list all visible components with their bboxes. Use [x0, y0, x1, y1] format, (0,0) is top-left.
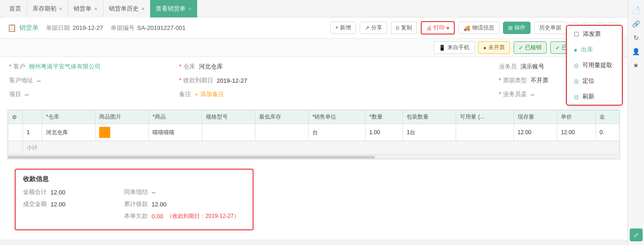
right-sidebar: 📄 🔗 ↻ 👤 ★ ⤢: [627, 0, 644, 245]
verified-button[interactable]: ✓ 已核销: [514, 41, 547, 54]
operations-dropdown: ☐ 添发票 ● 出库 ◎ 可用量提取 ◎ 定位 ◎ 刷新: [567, 26, 622, 105]
sidebar-star-icon[interactable]: ★: [630, 59, 643, 72]
summary-total-value: 12.00: [51, 189, 66, 196]
doc-title: 📋 销货单: [7, 23, 39, 32]
th-gear[interactable]: ⚙: [8, 110, 23, 124]
customer-group: 客户 柳州粤港平安气体有限公司: [9, 63, 170, 71]
tab-sales-order-label: 销货单: [73, 5, 91, 13]
th-unit-price: 单价: [557, 110, 596, 124]
th-product: *商品: [149, 110, 202, 124]
add-label: + 新增: [335, 24, 351, 32]
menu-outbound[interactable]: ● 出库: [567, 42, 621, 57]
warehouse-group: 仓库 河北仓库: [179, 63, 299, 71]
tab-sales-history-close[interactable]: ×: [141, 6, 144, 11]
tab-sales-history[interactable]: 销货单历史 ×: [103, 0, 150, 17]
refresh-label: 刷新: [582, 92, 594, 101]
copy-label: 复制: [401, 24, 412, 32]
address-label: 客户地址: [9, 76, 33, 85]
menu-locate[interactable]: ◎ 定位: [567, 73, 621, 89]
copy-button[interactable]: ⎘ 复制: [391, 22, 417, 34]
salesperson-value: --: [531, 91, 535, 98]
tab-check-sales[interactable]: 查看销货单 ×: [150, 0, 197, 17]
menu-quantity-extract[interactable]: ◎ 可用量提取: [567, 57, 621, 73]
logistics-icon: 🚚: [463, 25, 470, 31]
form-row-3: 项目 -- 备注 + 添加备注 业务员孟 --: [9, 90, 618, 98]
share-button[interactable]: ↗ 分享: [360, 22, 387, 34]
project-value: --: [25, 91, 29, 98]
td-unit-price: 12.00: [557, 124, 596, 141]
th-spec: 规格型号: [202, 110, 255, 124]
table-header-row: ⚙ *仓库 商品图片 *商品 规格型号 最低库存 *销售单位 *数量 包装数量 …: [8, 110, 620, 124]
table-scrollbar[interactable]: [7, 156, 620, 160]
tab-home-label: 首页: [9, 5, 21, 13]
tab-sales-history-label: 销货单历史: [109, 5, 139, 13]
operations-button[interactable]: ⊞ 操作: [503, 22, 531, 34]
menu-add-invoice[interactable]: ☐ 添发票: [567, 26, 621, 42]
summary-container: 收款信息 金额合计 12.00 同单现结 -- 成交金额 12.00: [0, 160, 627, 239]
locate-label: 定位: [582, 77, 594, 85]
operations-label: 操作: [514, 24, 525, 32]
summary-cumulative-value: 12.00: [152, 201, 167, 208]
th-product-img: 商品图片: [96, 110, 149, 124]
from-mobile-label: 来自手机: [447, 44, 469, 51]
form-row-1: 客户 柳州粤港平安气体有限公司 仓库 河北仓库 业务员 演示账号: [9, 63, 618, 71]
share-icon: ↗: [365, 25, 369, 31]
summary-same-order-label: 同单现结: [124, 188, 148, 196]
tab-sales-order[interactable]: 销货单 ×: [68, 0, 103, 17]
from-mobile-button[interactable]: 📱 来自手机: [434, 41, 475, 54]
add-button[interactable]: + 新增: [330, 22, 356, 34]
summary-same-order-value: --: [152, 189, 156, 196]
th-warehouse: *仓库: [42, 110, 96, 124]
outbound-label: 出库: [581, 46, 593, 54]
operations-icon: ⊞: [508, 25, 513, 31]
sidebar-person-icon[interactable]: 👤: [630, 45, 643, 58]
summary-total-item: 金额合计 12.00: [23, 188, 106, 196]
tab-inventory-init[interactable]: 库存期初 ×: [27, 0, 68, 17]
doc-no-item: 单据编号 SA-20191227-001: [111, 24, 186, 32]
tab-sales-order-close[interactable]: ×: [94, 6, 97, 11]
td-product: 嘻嘻嘻嘻: [149, 124, 202, 141]
summary-total-label: 金额合计: [23, 188, 47, 196]
not-open-label: 未开票: [488, 44, 505, 51]
sidebar-link-icon[interactable]: 🔗: [630, 17, 643, 30]
note-group: 备注 + 添加备注: [179, 90, 299, 98]
print-button[interactable]: 🖨 打印 ▾: [421, 21, 455, 34]
tab-home[interactable]: 首页: [4, 0, 27, 17]
td-available: [456, 124, 514, 141]
note-label: 备注: [179, 90, 191, 98]
doc-meta: 单据日期 2019-12-27 单据编号 SA-20191227-001: [46, 24, 323, 32]
invoice-icon: ●: [483, 45, 486, 51]
menu-refresh[interactable]: ◎ 刷新: [567, 89, 621, 104]
add-note-button[interactable]: + 添加备注: [195, 90, 224, 98]
summary-section: 收款信息 金额合计 12.00 同单现结 -- 成交金额 12.00: [15, 169, 254, 230]
summary-row-1: 金额合计 12.00 同单现结 --: [23, 188, 245, 196]
td-min-stock: [255, 124, 308, 141]
th-qty: *数量: [366, 110, 403, 124]
print-label: 打印: [434, 24, 445, 32]
doc-title-icon: 📋: [7, 23, 17, 32]
sidebar-expand-icon[interactable]: ⤢: [630, 228, 643, 241]
warehouse-value: 河北仓库: [199, 63, 223, 71]
employee-label: 业务员: [499, 63, 517, 71]
tab-inventory-init-label: 库存期初: [33, 5, 56, 13]
tab-check-sales-close[interactable]: ×: [188, 6, 191, 11]
employee-value: 演示账号: [520, 63, 544, 71]
summary-cumulative-label: 累计收款: [124, 200, 148, 208]
tab-inventory-init-close[interactable]: ×: [59, 6, 62, 11]
logistics-button[interactable]: 🚚 物流信息: [458, 22, 499, 34]
customer-value[interactable]: 柳州粤港平安气体有限公司: [29, 63, 101, 71]
sidebar-refresh-icon[interactable]: ↻: [630, 31, 643, 44]
add-invoice-label: 添发票: [583, 30, 601, 38]
td-gear[interactable]: [8, 124, 23, 141]
doc-date-value: 2019-12-27: [73, 24, 103, 31]
history-button[interactable]: 历史单据: [534, 22, 566, 34]
invoice-label: 票据类型: [499, 76, 527, 85]
payment-date-value: 2019-12-27: [217, 77, 248, 84]
project-label: 项目: [9, 90, 21, 98]
sidebar-document-icon[interactable]: 📄: [630, 4, 643, 17]
warehouse-label: 仓库: [179, 63, 195, 71]
th-stock: 现存量: [514, 110, 557, 124]
doc-date-label: 单据日期: [46, 24, 70, 32]
product-image: 🟧: [99, 127, 110, 138]
not-open-button[interactable]: ● 未开票: [478, 41, 510, 54]
